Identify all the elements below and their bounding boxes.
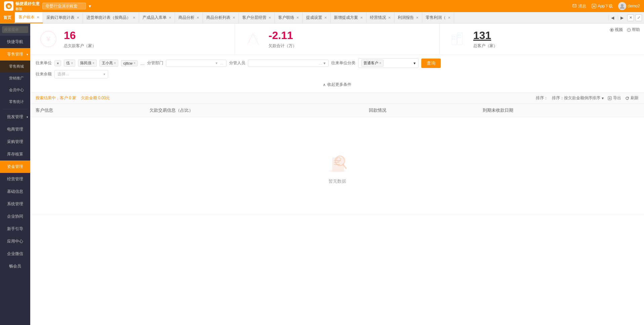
tab-close-profit-report[interactable]: ✕ <box>416 16 419 20</box>
sidebar-search-input[interactable] <box>2 26 28 33</box>
sidebar-item-retail-mall[interactable]: 零售商城 <box>0 61 30 72</box>
svg-text:?: ? <box>628 29 630 31</box>
logo-icon: 畅 <box>4 1 13 11</box>
tab-product-analysis[interactable]: 商品分析 ✕ <box>175 12 203 23</box>
filter-tag-cjttcw-close[interactable]: × <box>133 61 135 65</box>
tab-product-inbound[interactable]: 产成品入库单 ✕ <box>139 12 175 23</box>
help-btn[interactable]: ? 帮助 <box>627 27 640 33</box>
sidebar-item-quick-nav[interactable]: 快捷导航 <box>0 36 30 48</box>
filter-category-tag-label: 普通客户 <box>363 61 378 66</box>
tab-close-product-analysis[interactable]: ✕ <box>197 16 199 20</box>
sidebar-item-purchase[interactable]: 采购管理 <box>0 136 30 148</box>
stat-label-customers: 总欠款客户（家） <box>64 43 96 49</box>
sidebar-item-inventory[interactable]: 库存核算 <box>0 148 30 160</box>
filter-balance-value: 选择... <box>57 71 69 77</box>
tab-close-customer-segment[interactable]: ✕ <box>268 16 271 20</box>
tab-incoming-stats[interactable]: 进货单统计表（按商品） ✕ <box>83 12 139 23</box>
sidebar-item-operations-mgmt[interactable]: 经营管理 <box>0 173 30 185</box>
tab-purchase-order-label: 采购订单统计表 <box>46 15 75 21</box>
tab-close-customer-cost[interactable]: ✕ <box>37 15 39 19</box>
sidebar-item-retail[interactable]: 零售管理 ▾ <box>0 48 30 61</box>
tab-purchase-order[interactable]: 采购订单统计表 ✕ <box>43 12 83 23</box>
tab-operations[interactable]: 经营情况 ✕ <box>367 12 394 23</box>
app-download-btn[interactable]: App下载 <box>592 3 613 9</box>
filter-balance-dropdown[interactable]: 选择... ▾ <box>54 70 108 78</box>
tab-close-all-btn[interactable]: ✕ <box>627 14 634 21</box>
stat-info-1: 16 总欠款客户（家） <box>64 29 96 49</box>
filter-person-dropdown[interactable]: ... ▾ <box>248 60 329 67</box>
sidebar-item-wechat-label: 企业微信 <box>7 251 23 256</box>
message-btn[interactable]: 消息 <box>572 3 586 9</box>
tab-add-improve-label: 新增提成方案 <box>334 15 358 21</box>
tab-next-btn[interactable]: ▶ <box>618 15 626 20</box>
tab-close-retail-profit[interactable]: ✕ <box>448 16 450 20</box>
tab-customer-contact-label: 客户联络 <box>278 15 294 21</box>
stats-top-right: 视频 ? 帮助 <box>610 27 640 33</box>
tab-prev-btn[interactable]: ◀ <box>608 15 616 20</box>
tab-fullscreen-btn[interactable]: ⤢ <box>635 14 642 21</box>
tab-bar: 首页 客户账本 ✕ 采购订单统计表 ✕ 进货单统计表（按商品） ✕ 产成品入库单… <box>0 12 644 24</box>
query-button[interactable]: 查询 <box>421 59 441 68</box>
sidebar-item-system[interactable]: 系统管理 <box>0 198 30 210</box>
dropdown-arrow[interactable]: ▾ <box>89 3 91 9</box>
tab-close-incoming-stats[interactable]: ✕ <box>133 16 135 20</box>
filter-dept-dropdown[interactable]: ▾ ... <box>166 60 226 67</box>
col-customer-info: 客户信息 <box>30 104 144 117</box>
filter-category-dropdown[interactable]: 普通客户 × ▾ <box>358 58 419 68</box>
filter-category-label: 往来单位分类 <box>331 60 355 66</box>
col-repayment: 回款情况 <box>363 104 477 117</box>
tab-customer-contact[interactable]: 客户联络 ✕ <box>275 12 303 23</box>
filter-dept-clear[interactable]: ... <box>220 61 223 66</box>
sidebar-item-wholesale[interactable]: 批发管理 ▾ <box>0 111 30 123</box>
tab-close-purchase-order[interactable]: ✕ <box>77 16 79 20</box>
tab-close-product-inbound[interactable]: ✕ <box>169 16 171 20</box>
tab-profit-report[interactable]: 利润报告 ✕ <box>394 12 422 23</box>
refresh-btn[interactable]: 刷新 <box>625 95 639 101</box>
avatar <box>618 2 626 10</box>
export-btn[interactable]: 导出 <box>608 95 621 101</box>
tab-product-analysis-list[interactable]: 商品分析列表 ✕ <box>203 12 239 23</box>
tab-retail-profit[interactable]: 零售利润（ ✕ <box>422 12 454 23</box>
collapse-btn[interactable]: ∧ 收起更多条件 <box>36 80 639 89</box>
logo-text: 畅捷通好生意 标版 <box>15 1 40 11</box>
sidebar-item-wechat[interactable]: 企业微信 <box>0 248 30 260</box>
sidebar-item-retail-stats[interactable]: 零售统计 <box>0 96 30 108</box>
chevron-down-icon: ▾ <box>27 53 28 56</box>
video-btn[interactable]: 视频 <box>610 27 623 33</box>
sidebar-item-marketing[interactable]: 营销推广 <box>0 72 30 84</box>
sidebar-item-newbie-label: 新手引导 <box>7 226 23 231</box>
tab-add-improve[interactable]: 新增提成方案 ✕ <box>331 12 367 23</box>
tab-close-product-analysis-list[interactable]: ✕ <box>232 16 235 20</box>
tab-close-add-improve[interactable]: ✕ <box>360 16 363 20</box>
results-amount-label: 欠款金额 <box>81 96 97 100</box>
sidebar-item-enterprise[interactable]: 企业协同 <box>0 210 30 223</box>
svg-rect-15 <box>458 37 459 38</box>
stat-value-total: 131 <box>473 29 498 42</box>
sidebar-item-basic-info[interactable]: 基础信息 <box>0 185 30 198</box>
sidebar-item-ecommerce[interactable]: 电商管理 <box>0 123 30 136</box>
filter-tag-wang-close[interactable]: × <box>114 61 116 65</box>
tab-close-improve-settings[interactable]: ✕ <box>324 16 327 20</box>
account-selector[interactable]: 母婴行业演示账套 <box>42 3 86 9</box>
sidebar-item-finance[interactable]: 资金管理 <box>0 160 30 173</box>
tab-customer-segment[interactable]: 客户分层经营 ✕ <box>239 12 275 23</box>
filter-tag-chen-close[interactable]: × <box>92 61 94 65</box>
filter-category-tag-close[interactable]: × <box>379 61 381 65</box>
content-area: ¥ 16 总欠款客户（家） -2.11 欠款合计（万 <box>30 24 644 325</box>
sidebar-item-member[interactable]: 会员中心 <box>0 84 30 96</box>
tab-improve-settings[interactable]: 提成设置 ✕ <box>303 12 331 23</box>
user-area[interactable]: demo2 <box>618 2 640 10</box>
stat-info-2: -2.11 欠款合计（万） <box>268 29 297 49</box>
sidebar-item-app-center[interactable]: 应用中心 <box>0 235 30 248</box>
empty-cell: 暂无数据 <box>30 117 644 215</box>
tab-close-operations[interactable]: ✕ <box>388 16 391 20</box>
sort-select[interactable]: 排序：按欠款金额倒序排序 ▾ <box>552 95 604 101</box>
tab-close-customer-contact[interactable]: ✕ <box>296 16 299 20</box>
filter-tag-wu-close[interactable]: × <box>71 61 73 65</box>
tab-customer-cost[interactable]: 客户账本 ✕ <box>15 12 43 23</box>
filter-person-clear[interactable]: ... <box>319 61 322 66</box>
sidebar-item-member2[interactable]: 畅会员 <box>0 260 30 273</box>
sidebar-item-newbie[interactable]: 新手引导 <box>0 223 30 235</box>
tab-home[interactable]: 首页 <box>0 12 15 23</box>
filter-more-btn[interactable]: ... <box>140 61 144 66</box>
